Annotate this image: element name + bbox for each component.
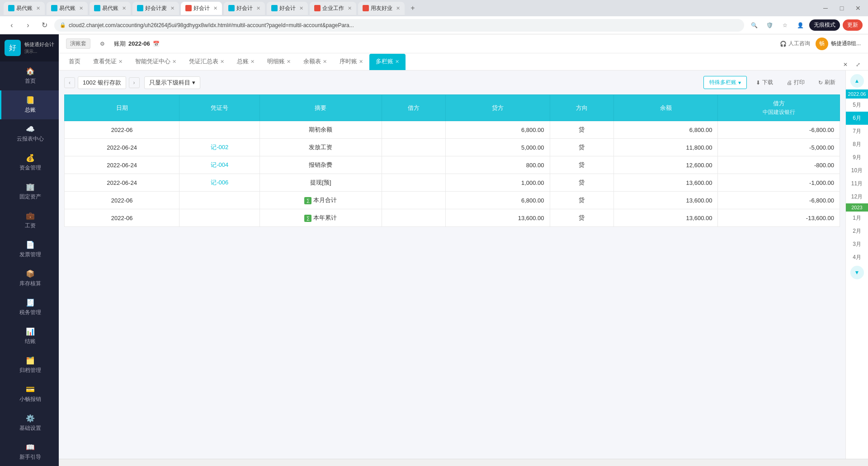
browser-tab-4[interactable]: 好会计麦 ✕ — [132, 2, 179, 15]
calendar-month-jan[interactable]: 1月 — [846, 212, 868, 225]
tab-close-7[interactable]: ✕ — [299, 5, 303, 11]
tab-view-voucher[interactable]: 查看凭证 ✕ — [87, 54, 129, 70]
user-info[interactable]: 畅 畅捷通B组... — [816, 38, 861, 50]
calendar-month-oct[interactable]: 10月 — [846, 164, 868, 177]
tab-close-3[interactable]: ✕ — [122, 5, 126, 11]
tab-close-1[interactable]: ✕ — [36, 5, 40, 11]
maximize-button[interactable]: □ — [835, 2, 848, 14]
browser-tab-8[interactable]: 企业工作 ✕ — [310, 2, 356, 15]
tab-close-balance-table[interactable]: ✕ — [323, 59, 327, 65]
back-button[interactable]: ‹ — [5, 19, 18, 32]
tab-close-multi-column[interactable]: ✕ — [395, 59, 399, 65]
tab-close-4[interactable]: ✕ — [170, 5, 175, 11]
tab-label-6: 好会计 — [236, 5, 253, 12]
tab-close-6[interactable]: ✕ — [256, 5, 260, 11]
sidebar-item-tax[interactable]: 🧾 税务管理 — [0, 293, 59, 322]
tab-close-5[interactable]: ✕ — [213, 5, 217, 11]
forward-button[interactable]: › — [22, 19, 34, 32]
sidebar-item-salary[interactable]: 💼 工资 — [0, 206, 59, 235]
profile-icon[interactable]: 👤 — [794, 19, 807, 32]
minimize-button[interactable]: ─ — [819, 2, 832, 14]
browser-tab-3[interactable]: 易代账 ✕ — [90, 2, 131, 15]
calendar-month-may[interactable]: 5月 — [846, 99, 868, 112]
sidebar-item-expense[interactable]: 💳 小畅报销 — [0, 380, 59, 409]
sidebar-item-home[interactable]: 🏠 首页 — [0, 61, 59, 90]
filter-select[interactable]: 只显示下级科目 ▾ — [144, 76, 200, 89]
sidebar: 好 畅捷通好会计 演示... 🏠 首页 📒 总账 ☁️ 云报表中心 💰 资金管理… — [0, 34, 59, 466]
download-button[interactable]: ⬇ 下载 — [751, 76, 778, 89]
tab-home[interactable]: 首页 — [62, 54, 87, 70]
sidebar-item-cloud-report[interactable]: ☁️ 云报表中心 — [0, 119, 59, 148]
sidebar-item-guide[interactable]: 📖 新手引导 — [0, 438, 59, 466]
tab-smart-voucher[interactable]: 智能凭证中心 ✕ — [129, 54, 183, 70]
no-trace-button[interactable]: 无痕模式 — [809, 19, 840, 31]
calendar-up-button[interactable]: ▲ — [850, 74, 864, 88]
sidebar-item-basic-settings[interactable]: ⚙️ 基础设置 — [0, 409, 59, 438]
app-logo-sub: 演示... — [24, 48, 54, 55]
tab-close-sequence-ledger[interactable]: ✕ — [359, 59, 363, 65]
topbar-settings-icon[interactable]: ⚙ — [96, 38, 108, 50]
tab-sequence-ledger[interactable]: 序时账 ✕ — [333, 54, 369, 70]
cell-voucher-no[interactable]: 记-004 — [179, 156, 260, 174]
sidebar-logo: 好 畅捷通好会计 演示... — [0, 34, 59, 61]
consult-button[interactable]: 🎧 人工咨询 — [780, 40, 810, 47]
sidebar-label-fixed-asset: 固定资产 — [19, 193, 41, 201]
special-column-button[interactable]: 特殊多栏账 ▾ — [703, 76, 747, 89]
browser-tab-2[interactable]: 易代账 ✕ — [47, 2, 88, 15]
search-icon[interactable]: 🔍 — [748, 19, 760, 32]
calendar-month-mar[interactable]: 3月 — [846, 238, 868, 251]
tab-multi-column[interactable]: 多栏账 ✕ — [369, 54, 406, 70]
sidebar-item-settlement[interactable]: 📊 结账 — [0, 322, 59, 351]
print-button[interactable]: 🖨 打印 — [782, 76, 809, 89]
browser-tab-1[interactable]: 易代账 ✕ — [4, 2, 45, 15]
calendar-month-jun[interactable]: 6月 — [846, 112, 868, 125]
calendar-month-jul[interactable]: 7月 — [846, 125, 868, 138]
tab-close-smart-voucher[interactable]: ✕ — [172, 59, 176, 65]
bookmark-icon[interactable]: ☆ — [778, 19, 791, 32]
browser-tab-5[interactable]: 好会计 ✕ — [181, 2, 222, 15]
calendar-month-aug[interactable]: 8月 — [846, 138, 868, 151]
tab-close-voucher-summary[interactable]: ✕ — [220, 59, 224, 65]
close-window-button[interactable]: ✕ — [852, 2, 864, 14]
browser-tab-9[interactable]: 用友好业 ✕ — [358, 2, 405, 15]
sidebar-item-ledger[interactable]: 📒 总账 — [0, 90, 59, 119]
browser-tab-6[interactable]: 好会计 ✕ — [224, 2, 265, 15]
browser-tab-7[interactable]: 好会计 ✕ — [267, 2, 308, 15]
calendar-month-apr[interactable]: 4月 — [846, 251, 868, 264]
prev-account-button[interactable]: ‹ — [64, 77, 75, 88]
update-button[interactable]: 更新 — [843, 19, 863, 31]
sidebar-item-inventory[interactable]: 📦 库存核算 — [0, 264, 59, 293]
sidebar-item-fund[interactable]: 💰 资金管理 — [0, 148, 59, 177]
cell-voucher-no[interactable]: 记-006 — [179, 174, 260, 192]
tab-close-general-ledger[interactable]: ✕ — [250, 59, 255, 65]
tab-voucher-summary[interactable]: 凭证汇总表 ✕ — [183, 54, 231, 70]
next-account-button[interactable]: › — [129, 77, 140, 88]
tab-detail-ledger[interactable]: 明细账 ✕ — [261, 54, 297, 70]
sidebar-item-invoice[interactable]: 📄 发票管理 — [0, 235, 59, 264]
tab-general-ledger[interactable]: 总账 ✕ — [231, 54, 261, 70]
expand-pane-button[interactable]: ⤢ — [853, 59, 863, 70]
calendar-month-nov[interactable]: 11月 — [846, 177, 868, 190]
calendar-month-sep[interactable]: 9月 — [846, 151, 868, 164]
cell-voucher-no[interactable]: 记-002 — [179, 139, 260, 156]
tab-close-2[interactable]: ✕ — [79, 5, 83, 11]
sidebar-item-archive[interactable]: 🗂️ 归档管理 — [0, 351, 59, 380]
tab-close-8[interactable]: ✕ — [348, 5, 352, 11]
tab-close-9[interactable]: ✕ — [396, 5, 400, 11]
sidebar-label-ledger: 总账 — [25, 106, 36, 114]
close-pane-button[interactable]: ✕ — [840, 59, 851, 70]
tab-close-detail-ledger[interactable]: ✕ — [287, 59, 291, 65]
calendar-icon[interactable]: 📅 — [153, 41, 160, 47]
calendar-down-button[interactable]: ▼ — [850, 266, 864, 279]
calendar-month-feb[interactable]: 2月 — [846, 225, 868, 238]
new-tab-button[interactable]: + — [406, 2, 419, 14]
refresh-ledger-button[interactable]: ↻ 刷新 — [814, 76, 840, 89]
refresh-browser-button[interactable]: ↻ — [38, 19, 51, 32]
url-bar[interactable]: 🔒 cloud2.chanjet.com/accounting/uh26t264… — [54, 19, 744, 32]
tab-close-view-voucher[interactable]: ✕ — [118, 59, 123, 65]
calendar-month-dec[interactable]: 12月 — [846, 190, 868, 203]
demo-tag[interactable]: 演账套 — [66, 38, 90, 49]
tab-balance-table[interactable]: 余额表 ✕ — [297, 54, 333, 70]
extension-icon[interactable]: 🛡️ — [763, 19, 776, 32]
sidebar-item-fixed-asset[interactable]: 🏢 固定资产 — [0, 177, 59, 206]
